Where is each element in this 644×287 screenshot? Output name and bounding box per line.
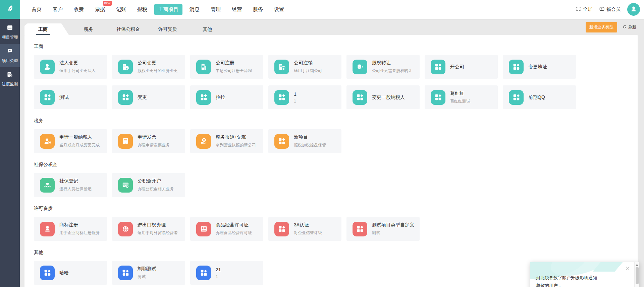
service-card[interactable]: 211 (190, 261, 263, 285)
topnav-item[interactable]: 工商项目 (154, 4, 182, 15)
topnav-item[interactable]: 首页 (28, 4, 46, 15)
card-subtitle: 办理公积金相关业务 (138, 186, 174, 192)
service-card[interactable]: 11 (268, 85, 341, 109)
person-arrow-icon (40, 60, 55, 74)
card-texts: 食品经营许可证办理食品经营许可证 (216, 222, 252, 236)
fullscreen-button[interactable]: 全屏 (576, 6, 592, 13)
service-card[interactable]: 股权转让公司变更需要股权转让 (346, 55, 420, 79)
card-subtitle: 申请公司注册全流程 (216, 68, 252, 74)
card-subtitle: 办理申请发票业务 (138, 142, 170, 148)
service-card[interactable]: 新项目报税加税控盘保管 (268, 129, 341, 153)
card-subtitle: 报税加税控盘保管 (294, 142, 326, 148)
service-card[interactable]: 变更 (112, 85, 185, 109)
card-title: 前期QQ (528, 94, 545, 100)
card-subtitle: 进行人员社保登记 (59, 186, 92, 192)
sidebar-item[interactable]: 进度监测 (0, 67, 20, 91)
card-texts: 葛红红葛红红测试 (450, 90, 470, 104)
card-grid: 社保登记进行人员社保登记公积金开户办理公积金相关业务 (34, 173, 628, 197)
service-card[interactable]: 申请一般纳税人当月或次月成变更完成 (34, 129, 107, 153)
building-icon (196, 60, 211, 74)
card-texts: 公司注销适用于注销公司 (294, 60, 322, 74)
grid-icon (274, 222, 289, 236)
close-icon[interactable] (625, 266, 630, 271)
sidebar-item[interactable]: 项目类型 (0, 44, 20, 67)
app-logo[interactable] (0, 0, 20, 19)
card-texts: 公司注册申请公司注册全流程 (216, 60, 252, 74)
service-card[interactable]: 哈哈 (34, 261, 107, 285)
grid-icon (196, 90, 211, 105)
topnav-item[interactable]: 服务 (249, 4, 267, 15)
doc-clock-icon (6, 71, 13, 79)
card-texts: 法人变更适用于公司变更法人 (59, 60, 96, 74)
service-card[interactable]: 变更一般纳税人 (346, 85, 420, 109)
topnav-item[interactable]: 记账 (112, 4, 130, 15)
service-card[interactable]: 3A认证对企业信誉评级 (268, 217, 341, 241)
service-card[interactable]: 进出口权办理适用于对外贸易经营者 (112, 217, 185, 241)
card-subtitle: 股权变更外的业务变更 (138, 68, 178, 74)
hand-coin-icon (196, 134, 211, 149)
card-title: 开公司 (450, 64, 464, 70)
card-texts: 3A认证对企业信誉评级 (294, 222, 322, 236)
member-button[interactable]: 畅会员 (599, 6, 621, 13)
card-subtitle: 当月或次月成变更完成 (59, 142, 100, 148)
refresh-button[interactable]: 刷新 (622, 24, 636, 30)
card-texts: 变更 (138, 94, 147, 100)
topnav-item[interactable]: 客户 (49, 4, 67, 15)
service-card[interactable]: 申请发票办理申请发票业务 (112, 129, 185, 153)
card-subtitle: 公司变更需要股权转让 (372, 68, 412, 74)
grid-icon (118, 266, 133, 280)
popup-scrollbar[interactable] (634, 262, 639, 287)
service-card[interactable]: 商标注册用于企业商标注册服务 (34, 217, 107, 241)
service-card[interactable]: 变更地址 (503, 55, 576, 79)
add-business-type-button[interactable]: 新增业务类型 (586, 22, 617, 32)
service-card[interactable]: 葛红红葛红红测试 (425, 85, 498, 109)
sidebar-item[interactable]: 项目管理 (0, 20, 20, 44)
topnav-item[interactable]: 收费 (70, 4, 88, 15)
card-subtitle: 办理食品经营许可证 (216, 230, 252, 236)
topnav-item[interactable]: 设置 (270, 4, 288, 15)
category-tab[interactable]: 工商 (24, 23, 69, 35)
service-card[interactable]: 公司变更股权变更外的业务变更 (112, 55, 185, 79)
topnav-item[interactable]: 报税 (133, 4, 151, 15)
card-texts: 社保登记进行人员社保登记 (59, 178, 92, 192)
service-card[interactable]: 公司注销适用于注销公司 (268, 55, 341, 79)
card-title: 商标注册 (59, 222, 100, 228)
topnav-item[interactable]: 管理 (207, 4, 225, 15)
topnav-item-label: 收费 (74, 6, 84, 12)
grid-icon (196, 266, 211, 280)
user-avatar[interactable] (627, 3, 640, 16)
topnav-item[interactable]: 经营 (228, 4, 246, 15)
grid-icon (274, 134, 289, 149)
card-texts: 哈哈 (59, 270, 69, 276)
service-card[interactable]: 开公司 (425, 55, 498, 79)
service-card[interactable]: 公司注册申请公司注册全流程 (190, 55, 263, 79)
service-card[interactable]: 拉拉 (190, 85, 263, 109)
card-subtitle: 适用于对外贸易经营者 (138, 230, 178, 236)
topnav-item[interactable]: 票据new (91, 4, 109, 15)
content-panel: 工商法人变更适用于公司变更法人公司变更股权变更外的业务变更公司注册申请公司注册全… (24, 35, 638, 287)
card-title: 变更一般纳税人 (372, 94, 405, 100)
service-card[interactable]: 法人变更适用于公司变更法人 (34, 55, 107, 79)
service-card[interactable]: 税务报道+记账拿到营业执照的新公司 (190, 129, 263, 153)
grid-icon (353, 90, 367, 105)
scrollbar-thumb[interactable] (636, 267, 639, 284)
section-label: 税务 (34, 118, 628, 124)
service-card[interactable]: 前期QQ (503, 85, 576, 109)
service-card[interactable]: 食品经营许可证办理食品经营许可证 (190, 217, 263, 241)
fullscreen-label: 全屏 (583, 6, 592, 12)
category-tab[interactable]: 许可资质 (148, 23, 187, 35)
notification-popup: 河北税务数字账户升级影响通知 尊敬的用户： (530, 262, 639, 287)
topnav-item[interactable]: 消息 (185, 4, 204, 15)
category-tab[interactable]: 税务 (69, 23, 108, 35)
section-label: 工商 (34, 44, 628, 50)
service-card[interactable]: 公积金开户办理公积金相关业务 (112, 173, 185, 197)
category-tab[interactable]: 社保公积金 (108, 23, 148, 35)
card-title: 新项目 (294, 134, 326, 140)
service-card[interactable]: 测试 (34, 85, 107, 109)
scroll-up-arrow[interactable] (636, 264, 638, 266)
category-tab[interactable]: 其他 (187, 23, 227, 35)
popup-decoration (593, 262, 625, 272)
service-card[interactable]: 刘聪测试测试 (112, 261, 185, 285)
service-card[interactable]: 测试项目类型自定义测试 (346, 217, 420, 241)
service-card[interactable]: 社保登记进行人员社保登记 (34, 173, 107, 197)
